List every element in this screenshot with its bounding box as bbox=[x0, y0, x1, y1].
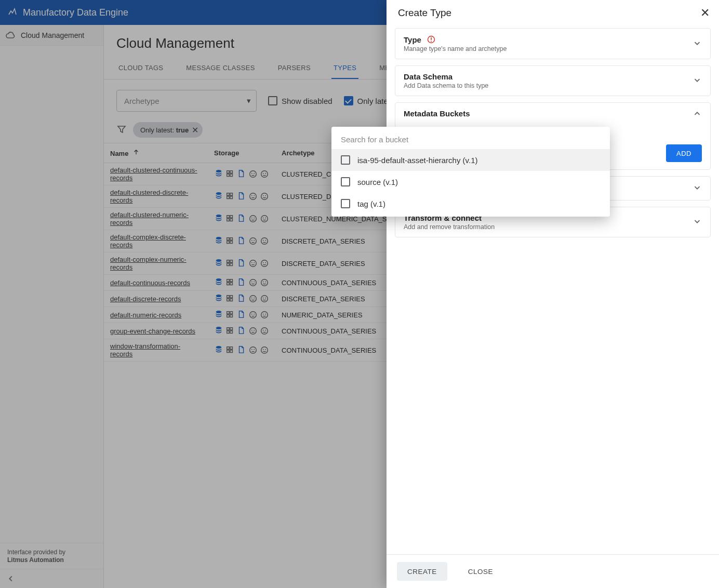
chevron-down-icon[interactable] bbox=[693, 38, 702, 49]
section-title: Type bbox=[404, 35, 421, 44]
panel-body: Type Manage type's name and archetype Da… bbox=[387, 25, 719, 554]
panel-title: Create Type bbox=[398, 7, 451, 19]
bucket-option-label: isa-95-default-asset-hierarchy (v.1) bbox=[357, 156, 477, 165]
close-button[interactable]: CLOSE bbox=[458, 562, 503, 581]
checkbox-box bbox=[341, 155, 350, 165]
bucket-option[interactable]: isa-95-default-asset-hierarchy (v.1) bbox=[331, 149, 610, 171]
close-icon[interactable]: ✕ bbox=[700, 7, 710, 19]
bucket-dropdown: Search for a bucket isa-95-default-asset… bbox=[331, 127, 610, 217]
bucket-search-input[interactable]: Search for a bucket bbox=[331, 130, 610, 149]
section-subtitle: Add Data schema to this type bbox=[404, 82, 488, 89]
panel-footer: CREATE CLOSE bbox=[387, 554, 719, 588]
section-title: Metadata Buckets bbox=[404, 109, 470, 118]
chevron-down-icon[interactable] bbox=[693, 217, 702, 228]
section-type[interactable]: Type Manage type's name and archetype bbox=[395, 28, 711, 59]
section-title: Data Schema bbox=[404, 72, 488, 81]
bucket-option-label: source (v.1) bbox=[357, 178, 398, 186]
chevron-down-icon[interactable] bbox=[693, 75, 702, 86]
section-subtitle: Manage type's name and archetype bbox=[404, 45, 507, 52]
add-button[interactable]: ADD bbox=[666, 144, 702, 162]
section-data-schema[interactable]: Data Schema Add Data schema to this type bbox=[395, 65, 711, 96]
warning-icon bbox=[427, 35, 436, 44]
panel-header: Create Type ✕ bbox=[387, 0, 719, 25]
chevron-down-icon[interactable] bbox=[693, 183, 702, 194]
bucket-option[interactable]: source (v.1) bbox=[331, 171, 610, 193]
section-subtitle: Add and remove transformation bbox=[404, 223, 495, 231]
create-button[interactable]: CREATE bbox=[397, 562, 447, 581]
bucket-option-label: tag (v.1) bbox=[357, 199, 385, 208]
checkbox-box bbox=[341, 199, 350, 208]
bucket-option[interactable]: tag (v.1) bbox=[331, 193, 610, 215]
create-type-panel: Create Type ✕ Type Manage type's name an… bbox=[387, 0, 719, 588]
chevron-up-icon[interactable] bbox=[693, 109, 702, 120]
checkbox-box bbox=[341, 177, 350, 186]
